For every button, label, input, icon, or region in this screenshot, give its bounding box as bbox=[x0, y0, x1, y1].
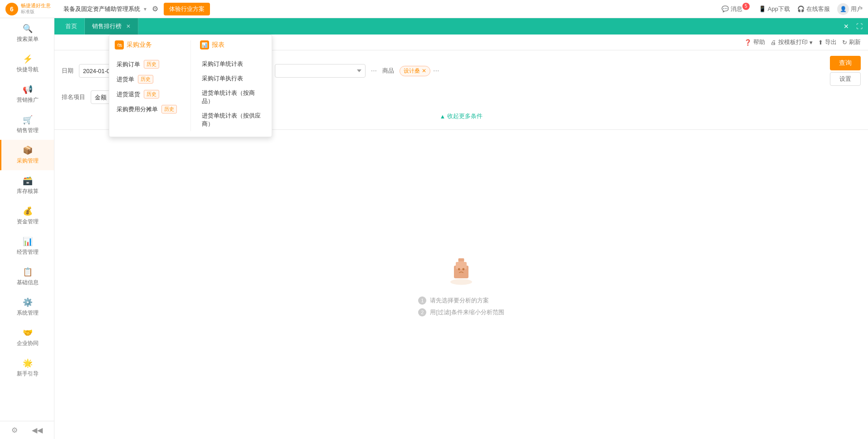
settings-icon[interactable]: ⚙ bbox=[150, 3, 160, 15]
inventory-icon: 🗃️ bbox=[23, 176, 33, 186]
system-dropdown-arrow[interactable]: ▾ bbox=[144, 6, 146, 12]
export-icon: ⬆ bbox=[818, 39, 823, 46]
history-badge-4: 历史 bbox=[161, 105, 177, 113]
history-badge-1: 历史 bbox=[144, 60, 159, 69]
tab-home[interactable]: 首页 bbox=[58, 18, 85, 35]
sidebar-item-basic-info-label: 基础信息 bbox=[17, 279, 39, 286]
dropdown-item-inbound[interactable]: 进货单 历史 bbox=[115, 72, 181, 87]
settings-bottom-icon[interactable]: ⚙ bbox=[11, 426, 18, 434]
doc-status-dots[interactable]: ··· bbox=[371, 67, 377, 75]
collapse-btn[interactable]: ▲ 收起更多条件 bbox=[436, 109, 487, 124]
logo-sub: 标准版 bbox=[21, 9, 51, 15]
goods-tag-label: 设计桑 bbox=[404, 67, 420, 75]
template-print-item[interactable]: 🖨 按模板打印 ▾ bbox=[770, 38, 813, 46]
template-print-label: 按模板打印 bbox=[778, 38, 808, 46]
hint-num-1: 1 bbox=[418, 296, 426, 305]
dropdown-item-label: 进货退货 bbox=[117, 90, 140, 99]
collapse-icon: ▲ bbox=[440, 113, 446, 120]
top-bar-center: 装备及固定资产辅助管理系统 ▾ ⚙ 体验行业方案 bbox=[60, 3, 722, 15]
online-service-item[interactable]: 🎧 在线客服 bbox=[797, 5, 830, 13]
dropdown-item-label: 采购订单统计表 bbox=[202, 60, 243, 68]
online-service-label: 在线客服 bbox=[806, 5, 830, 13]
system-title: 装备及固定资产辅助管理系统 bbox=[63, 5, 140, 13]
sidebar-item-purchase[interactable]: 📦 采购管理 bbox=[0, 140, 54, 170]
business-icon: 📊 bbox=[23, 237, 33, 247]
content-area: 首页 销售排行榜 ✕ ✕ ⛶ 🛍 采购业务 采购订单 bbox=[54, 18, 868, 439]
help-item[interactable]: ❓ 帮助 bbox=[744, 38, 765, 46]
sidebar-item-finance-label: 资金管理 bbox=[17, 218, 39, 226]
svg-point-0 bbox=[450, 279, 472, 285]
top-bar-right: 💬 消息 5 📱 App下载 🎧 在线客服 👤 用户 bbox=[722, 3, 863, 15]
notification-item[interactable]: 💬 消息 5 bbox=[722, 5, 751, 13]
finance-icon: 💰 bbox=[23, 206, 33, 216]
dropdown-item-inbound-stat-goods[interactable]: 进货单统计表（按商品） bbox=[200, 86, 267, 109]
print-dropdown-arrow[interactable]: ▾ bbox=[809, 39, 813, 46]
user-label: 用户 bbox=[851, 5, 863, 13]
dropdown-item-inbound-stat-supplier[interactable]: 进货单统计表（按供应商） bbox=[200, 109, 267, 131]
goods-tag-close-icon[interactable]: ✕ bbox=[422, 68, 426, 74]
industry-btn[interactable]: 体验行业方案 bbox=[164, 3, 210, 15]
sidebar-item-quick-nav[interactable]: ⚡ 快捷导航 bbox=[0, 49, 54, 79]
purchase-col-title: 🛍 采购业务 bbox=[115, 40, 181, 52]
collapse-sidebar-icon[interactable]: ◀◀ bbox=[32, 426, 43, 434]
sidebar-item-search[interactable]: 🔍 搜索菜单 bbox=[0, 18, 54, 49]
basic-info-icon: 📋 bbox=[23, 267, 33, 277]
sidebar-item-guide[interactable]: 🌟 新手引导 bbox=[0, 353, 54, 383]
query-btn[interactable]: 查询 bbox=[830, 56, 861, 70]
user-item[interactable]: 👤 用户 bbox=[837, 3, 863, 15]
dropdown-item-purchase-stat[interactable]: 采购订单统计表 bbox=[200, 57, 267, 71]
dropdown-item-label: 采购订单执行表 bbox=[202, 74, 243, 83]
sidebar-item-guide-label: 新手引导 bbox=[17, 370, 39, 378]
dropdown-item-purchase-order[interactable]: 采购订单 历史 bbox=[115, 57, 181, 72]
sidebar-item-finance[interactable]: 💰 资金管理 bbox=[0, 201, 54, 231]
purchase-col-icon: 🛍 bbox=[115, 40, 124, 49]
logo-icon: 6 bbox=[5, 3, 18, 15]
main-layout: 🔍 搜索菜单 ⚡ 快捷导航 📢 营销推广 🛒 销售管理 📦 采购管理 🗃️ 库存… bbox=[0, 18, 868, 439]
dropdown-item-expense[interactable]: 采购费用分摊单 历史 bbox=[115, 102, 181, 117]
guide-icon: 🌟 bbox=[23, 358, 33, 368]
avatar: 👤 bbox=[837, 3, 849, 15]
sidebar-item-inventory[interactable]: 🗃️ 库存核算 bbox=[0, 170, 54, 201]
goods-dots[interactable]: ··· bbox=[433, 67, 439, 75]
collapse-label: 收起更多条件 bbox=[447, 112, 483, 120]
hint-text-1: 请先选择要分析的方案 bbox=[430, 295, 489, 306]
sidebar-item-system-label: 系统管理 bbox=[17, 309, 39, 317]
tab-bar-close-btn[interactable]: ✕ bbox=[842, 21, 851, 32]
tab-bar-expand-btn[interactable]: ⛶ bbox=[854, 21, 864, 32]
report-col-title: 📊 报表 bbox=[200, 40, 267, 52]
sidebar-item-inventory-label: 库存核算 bbox=[17, 187, 39, 195]
doc-status-select[interactable] bbox=[275, 64, 366, 78]
dropdown-item-purchase-exec[interactable]: 采购订单执行表 bbox=[200, 71, 267, 86]
empty-state-icon bbox=[443, 251, 479, 287]
search-icon: 🔍 bbox=[23, 24, 33, 34]
sidebar-item-marketing[interactable]: 📢 营销推广 bbox=[0, 79, 54, 109]
sidebar-item-sales[interactable]: 🛒 销售管理 bbox=[0, 109, 54, 140]
sales-icon: 🛒 bbox=[23, 115, 33, 125]
sidebar: 🔍 搜索菜单 ⚡ 快捷导航 📢 营销推广 🛒 销售管理 📦 采购管理 🗃️ 库存… bbox=[0, 18, 54, 439]
sidebar-item-business[interactable]: 📊 经营管理 bbox=[0, 231, 54, 261]
marketing-icon: 📢 bbox=[23, 84, 33, 94]
logo: 6 畅捷通好生意 标准版 bbox=[5, 3, 60, 15]
ranking-label: 排名项目 bbox=[62, 93, 85, 101]
hint-text-2: 用[过滤]条件来缩小分析范围 bbox=[430, 306, 504, 318]
dropdown-item-label: 采购订单 bbox=[117, 60, 140, 69]
dropdown-divider bbox=[190, 40, 191, 131]
refresh-item[interactable]: ↻ 刷新 bbox=[842, 38, 861, 46]
app-download-item[interactable]: 📱 App下载 bbox=[759, 5, 790, 13]
dropdown-item-return[interactable]: 进货退货 历史 bbox=[115, 87, 181, 102]
empty-hints: 1 请先选择要分析的方案 2 用[过滤]条件来缩小分析范围 bbox=[418, 295, 504, 318]
tab-close-icon[interactable]: ✕ bbox=[126, 23, 131, 30]
history-badge-3: 历史 bbox=[144, 90, 159, 99]
export-item[interactable]: ⬆ 导出 bbox=[818, 38, 837, 46]
dropdown-item-label: 采购费用分摊单 bbox=[117, 105, 158, 113]
tab-sales-rank[interactable]: 销售排行榜 ✕ bbox=[85, 18, 138, 35]
tab-sales-rank-label: 销售排行榜 bbox=[92, 22, 122, 30]
sidebar-item-basic-info[interactable]: 📋 基础信息 bbox=[0, 261, 54, 292]
settings-filter-btn[interactable]: 设置 bbox=[830, 72, 861, 86]
refresh-icon: ↻ bbox=[842, 39, 847, 46]
sidebar-item-system[interactable]: ⚙️ 系统管理 bbox=[0, 292, 54, 322]
date-label: 日期 bbox=[62, 67, 73, 75]
print-icon: 🖨 bbox=[770, 39, 776, 46]
report-col-icon: 📊 bbox=[200, 40, 209, 49]
sidebar-item-enterprise[interactable]: 🤝 企业协同 bbox=[0, 322, 54, 353]
